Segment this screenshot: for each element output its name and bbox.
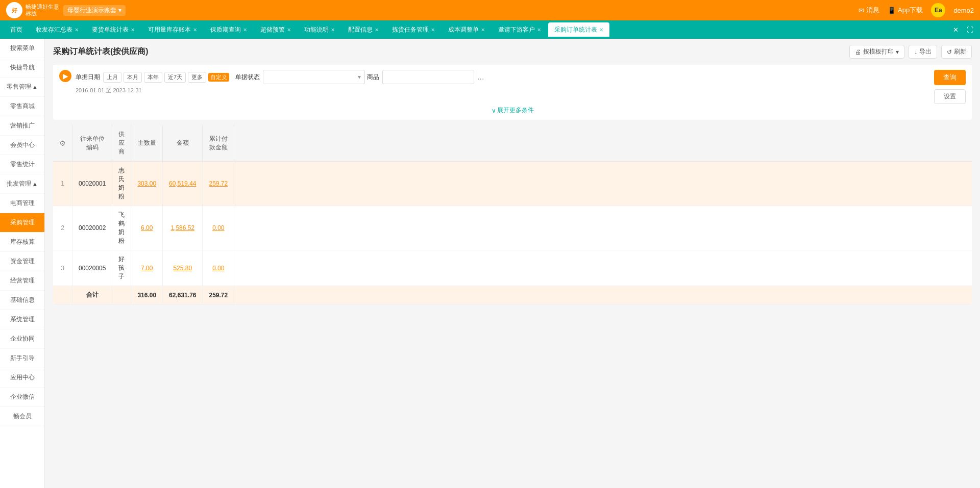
sidebar-item-finance[interactable]: 资金管理 [0, 252, 44, 271]
footer-label: 合计 [72, 286, 112, 304]
logo-area: 好 畅捷通好生意 标版 [6, 2, 59, 18]
maximize-btn[interactable]: ⛶ [964, 23, 976, 36]
footer-paid: 259.72 [203, 286, 234, 304]
close-icon[interactable]: ✕ [331, 27, 335, 33]
close-tab-btn[interactable]: ✕ [949, 23, 962, 36]
close-icon[interactable]: ✕ [537, 27, 541, 33]
expand-more-btn[interactable]: ∨ 展开更多条件 [492, 106, 534, 115]
top-bar: 好 畅捷通好生意 标版 母婴行业演示账套 ▾ ✉ 消息 📱 App下载 Ea d… [0, 0, 980, 20]
date-filter: 单据日期 上月 本月 本年 近7天 更多 自定义 [76, 72, 229, 83]
refresh-button[interactable]: ↺ 刷新 [941, 45, 972, 59]
date-more-btn[interactable]: 更多 [188, 72, 206, 83]
export-button[interactable]: ↓ 导出 [909, 45, 937, 59]
sidebar-item-retail-stats[interactable]: 零售统计 [0, 155, 44, 174]
filter-panel: ▶ 单据日期 上月 本月 本年 近7天 更多 [53, 65, 972, 120]
date-this-month-btn[interactable]: 本月 [124, 72, 142, 83]
col-empty [234, 125, 972, 162]
tab-available-stock[interactable]: 可用量库存账本 ✕ [142, 22, 203, 37]
more-options-btn[interactable]: ... [477, 72, 484, 82]
tab-expiry-query[interactable]: 保质期查询 ✕ [204, 22, 253, 37]
tab-picking-task[interactable]: 拣货任务管理 ✕ [386, 22, 441, 37]
sidebar-item-beginner-guide[interactable]: 新手引导 [0, 349, 44, 368]
sidebar-item-app-center[interactable]: 应用中心 [0, 368, 44, 388]
sidebar-item-inventory[interactable]: 库存核算 [0, 233, 44, 252]
page-content: 采购订单统计表(按供应商) 🖨 按模板打印 ▾ ↓ 导出 ↺ 刷新 [45, 39, 980, 311]
sidebar-item-quick-nav[interactable]: 快捷导航 [0, 58, 44, 78]
setting-button[interactable]: 设置 [934, 89, 966, 104]
close-icon[interactable]: ✕ [599, 27, 603, 33]
tab-overstock-warning[interactable]: 超储预警 ✕ [254, 22, 297, 37]
table-footer-row: 合计 316.00 62,631.76 259.72 [53, 286, 972, 304]
sidebar-item-member-center[interactable]: 会员中心 [0, 136, 44, 155]
message-icon: ✉ [859, 7, 864, 14]
row-empty [234, 162, 972, 206]
footer-quantity: 316.00 [131, 286, 163, 304]
query-button[interactable]: 查询 [934, 70, 966, 85]
content-area: 采购订单统计表(按供应商) 🖨 按模板打印 ▾ ↓ 导出 ↺ 刷新 [45, 39, 980, 488]
sidebar-item-member[interactable]: 畅会员 [0, 407, 44, 426]
sidebar-item-search[interactable]: 搜索菜单 [0, 39, 44, 58]
app-download-btn[interactable]: 📱 App下载 [888, 6, 923, 15]
sidebar-item-wholesale-mgmt[interactable]: 批发管理 ▲ [0, 174, 44, 194]
date-last-month-btn[interactable]: 上月 [103, 72, 121, 83]
goods-filter: 商品 ... [367, 70, 484, 84]
sidebar-item-ecommerce[interactable]: 电商管理 [0, 194, 44, 213]
sidebar-item-purchase-mgmt[interactable]: 采购管理 [0, 213, 44, 233]
tab-stock-summary[interactable]: 收发存汇总表 ✕ [30, 22, 85, 37]
nav-tabs: 首页 收发存汇总表 ✕ 要货单统计表 ✕ 可用量库存账本 ✕ 保质期查询 ✕ 超… [0, 20, 980, 39]
status-select[interactable] [263, 70, 365, 84]
avatar[interactable]: Ea [931, 3, 945, 17]
message-btn[interactable]: ✉ 消息 [859, 6, 879, 15]
date-last-7days-btn[interactable]: 近7天 [164, 72, 186, 83]
print-button[interactable]: 🖨 按模板打印 ▾ [849, 45, 904, 59]
workspace-selector[interactable]: 母婴行业演示账套 ▾ [63, 5, 126, 16]
close-icon[interactable]: ✕ [75, 27, 79, 33]
sidebar-item-basic-info[interactable]: 基础信息 [0, 291, 44, 310]
logo-icon: 好 [6, 2, 22, 18]
close-icon[interactable]: ✕ [243, 27, 247, 33]
chevron-down-icon: ▾ [118, 7, 121, 14]
date-this-year-btn[interactable]: 本年 [144, 72, 162, 83]
table-header-row: ⚙ 往来单位编码 供应商 主数量 [53, 125, 972, 162]
gear-icon[interactable]: ⚙ [59, 139, 66, 147]
filter-row-1: 单据日期 上月 本月 本年 近7天 更多 自定义 [76, 70, 930, 84]
date-shortcuts: 上月 本月 本年 近7天 更多 自定义 [103, 72, 229, 83]
date-custom-badge: 自定义 [208, 73, 229, 82]
tab-order-stats[interactable]: 要货单统计表 ✕ [86, 22, 141, 37]
row-supplier: 飞鹤奶粉 [112, 206, 131, 250]
row-paid: 259.72 [203, 162, 234, 206]
tab-home[interactable]: 首页 [4, 22, 29, 37]
chevron-icon: ▲ [32, 181, 38, 188]
sidebar-item-enterprise-wechat[interactable]: 企业微信 [0, 388, 44, 407]
row-code: 00020002 [72, 206, 112, 250]
close-icon[interactable]: ✕ [375, 27, 379, 33]
goods-input[interactable] [382, 70, 474, 84]
sidebar-item-enterprise-collab[interactable]: 企业协同 [0, 329, 44, 349]
close-icon[interactable]: ✕ [287, 27, 291, 33]
dropdown-arrow-icon: ▾ [896, 48, 899, 56]
tab-function-desc[interactable]: 功能说明 ✕ [298, 22, 341, 37]
page-actions: 🖨 按模板打印 ▾ ↓ 导出 ↺ 刷新 [849, 45, 972, 59]
sidebar-item-marketing[interactable]: 营销推广 [0, 116, 44, 136]
sidebar: 搜索菜单 快捷导航 零售管理 ▲ 零售商城 营销推广 会员中心 零售统计 批发管… [0, 39, 45, 488]
sidebar-item-retail-shop[interactable]: 零售商城 [0, 97, 44, 116]
tab-config-info[interactable]: 配置信息 ✕ [342, 22, 385, 37]
sidebar-item-retail-mgmt[interactable]: 零售管理 ▲ [0, 78, 44, 97]
tab-invite-downstream[interactable]: 邀请下游客户 ✕ [492, 22, 547, 37]
date-filter-label: 单据日期 [76, 73, 100, 82]
row-code: 00020005 [72, 250, 112, 286]
close-icon[interactable]: ✕ [131, 27, 135, 33]
row-supplier: 惠氏奶粉 [112, 162, 131, 206]
sidebar-item-operations[interactable]: 经营管理 [0, 271, 44, 291]
status-label: 单据状态 [235, 73, 260, 82]
query-btn-group: 查询 设置 [934, 70, 966, 104]
row-amount: 60,519.44 [163, 162, 203, 206]
close-icon[interactable]: ✕ [481, 27, 485, 33]
row-supplier: 好孩子 [112, 250, 131, 286]
tab-cost-adjust[interactable]: 成本调整单 ✕ [442, 22, 491, 37]
sidebar-item-system-mgmt[interactable]: 系统管理 [0, 310, 44, 329]
close-icon[interactable]: ✕ [431, 27, 435, 33]
close-icon[interactable]: ✕ [193, 27, 197, 33]
filter-toggle-btn[interactable]: ▶ [59, 70, 71, 82]
tab-purchase-order-stats[interactable]: 采购订单统计表 ✕ [548, 22, 609, 37]
